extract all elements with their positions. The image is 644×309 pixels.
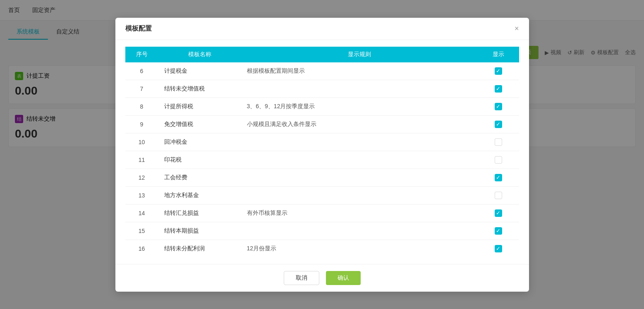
col-display: 显示 <box>478 47 519 62</box>
dialog-header: 模板配置 × <box>115 18 529 40</box>
dialog-close-button[interactable]: × <box>515 25 519 32</box>
cell-name: 回冲税金 <box>158 133 241 151</box>
dialog-footer: 取消 确认 <box>115 264 529 292</box>
cell-name: 计提所得税 <box>158 97 241 115</box>
cell-name: 结转本期损益 <box>158 222 241 240</box>
checkbox-row-7[interactable] <box>495 192 502 199</box>
checkbox-row-5[interactable] <box>495 156 502 164</box>
col-rule: 显示规则 <box>241 47 478 62</box>
col-seq: 序号 <box>125 47 158 62</box>
cell-name: 结转未分配利润 <box>158 240 241 257</box>
cell-seq: 12 <box>125 169 158 186</box>
cell-seq: 16 <box>125 240 158 257</box>
cell-rule <box>241 222 478 240</box>
cell-display <box>478 115 519 133</box>
cell-name: 结转未交增值税 <box>158 80 241 97</box>
cell-name: 印花税 <box>158 151 241 169</box>
cell-rule: 根据模板配置期间显示 <box>241 62 478 80</box>
confirm-button[interactable]: 确认 <box>326 271 361 285</box>
checkbox-row-4[interactable] <box>495 138 502 146</box>
table-row: 16结转未分配利润12月份显示 <box>125 240 519 257</box>
cell-seq: 8 <box>125 97 158 115</box>
cancel-button[interactable]: 取消 <box>284 271 319 285</box>
table-row: 9免交增值税小规模且满足收入条件显示 <box>125 115 519 133</box>
dialog-body: 序号 模板名称 显示规则 显示 6计提税金根据模板配置期间显示7结转未交增值税8… <box>115 40 529 264</box>
checkbox-row-1[interactable] <box>495 85 502 93</box>
cell-rule <box>241 186 478 204</box>
cell-seq: 14 <box>125 204 158 222</box>
cell-rule: 小规模且满足收入条件显示 <box>241 115 478 133</box>
cell-rule: 12月份显示 <box>241 240 478 257</box>
cell-display <box>478 204 519 222</box>
table-row: 15结转本期损益 <box>125 222 519 240</box>
cell-rule: 有外币核算显示 <box>241 204 478 222</box>
cell-display <box>478 97 519 115</box>
cell-display <box>478 80 519 97</box>
table-row: 12工会经费 <box>125 169 519 186</box>
table-header-row: 序号 模板名称 显示规则 显示 <box>125 47 519 62</box>
cell-rule <box>241 151 478 169</box>
dialog-title: 模板配置 <box>125 24 152 33</box>
cell-display <box>478 133 519 151</box>
cell-rule <box>241 80 478 97</box>
cell-name: 结转汇兑损益 <box>158 204 241 222</box>
checkbox-row-0[interactable] <box>495 67 502 75</box>
table-row: 11印花税 <box>125 151 519 169</box>
cell-name: 计提税金 <box>158 62 241 80</box>
cell-seq: 6 <box>125 62 158 80</box>
cell-rule <box>241 133 478 151</box>
cell-seq: 13 <box>125 186 158 204</box>
col-name: 模板名称 <box>158 47 241 62</box>
config-table: 序号 模板名称 显示规则 显示 6计提税金根据模板配置期间显示7结转未交增值税8… <box>125 47 519 257</box>
cell-name: 免交增值税 <box>158 115 241 133</box>
template-config-dialog: 模板配置 × 序号 模板名称 显示规则 显示 6计提税金根据模板配置期间显示7结… <box>115 18 529 292</box>
cell-seq: 10 <box>125 133 158 151</box>
cell-display <box>478 62 519 80</box>
cell-display <box>478 151 519 169</box>
table-row: 7结转未交增值税 <box>125 80 519 97</box>
cell-name: 工会经费 <box>158 169 241 186</box>
cell-name: 地方水利基金 <box>158 186 241 204</box>
table-row: 10回冲税金 <box>125 133 519 151</box>
table-row: 8计提所得税3、6、9、12月按季度显示 <box>125 97 519 115</box>
cell-rule <box>241 169 478 186</box>
cell-display <box>478 222 519 240</box>
cell-seq: 9 <box>125 115 158 133</box>
cell-seq: 15 <box>125 222 158 240</box>
modal-overlay: 模板配置 × 序号 模板名称 显示规则 显示 6计提税金根据模板配置期间显示7结… <box>0 0 644 309</box>
cell-display <box>478 240 519 257</box>
checkbox-row-8[interactable] <box>495 209 502 217</box>
cell-seq: 7 <box>125 80 158 97</box>
cell-seq: 11 <box>125 151 158 169</box>
cell-display <box>478 169 519 186</box>
cell-rule: 3、6、9、12月按季度显示 <box>241 97 478 115</box>
cell-display <box>478 186 519 204</box>
checkbox-row-2[interactable] <box>495 103 502 110</box>
checkbox-row-10[interactable] <box>495 245 502 252</box>
table-row: 6计提税金根据模板配置期间显示 <box>125 62 519 80</box>
checkbox-row-6[interactable] <box>495 174 502 181</box>
table-row: 14结转汇兑损益有外币核算显示 <box>125 204 519 222</box>
checkbox-row-9[interactable] <box>495 227 502 235</box>
checkbox-row-3[interactable] <box>495 121 502 128</box>
table-row: 13地方水利基金 <box>125 186 519 204</box>
